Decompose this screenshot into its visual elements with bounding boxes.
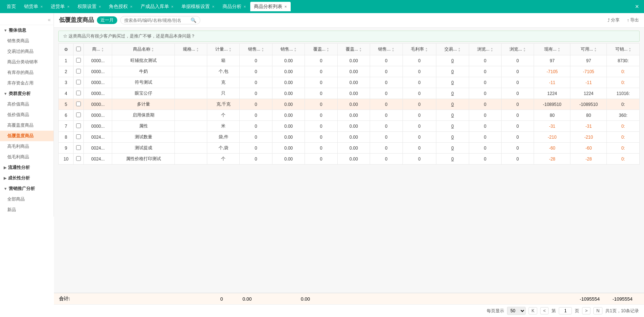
- col-sales-amt[interactable]: 销售... ▲▼: [272, 44, 305, 55]
- col-coverage2[interactable]: 覆盖... ▲▼: [337, 44, 370, 55]
- sidebar-item-high-margin[interactable]: 高毛利商品: [0, 141, 54, 152]
- row-select-checkbox[interactable]: [76, 112, 81, 117]
- row-select-checkbox[interactable]: [76, 91, 81, 95]
- col-available[interactable]: 可用... ▲▼: [570, 44, 607, 55]
- search-icon[interactable]: 🔍: [191, 17, 196, 23]
- trade-link[interactable]: 0: [451, 146, 454, 151]
- trade-link[interactable]: 0: [451, 156, 454, 162]
- trade-link[interactable]: 0: [451, 113, 454, 118]
- sidebar-item-in-stock-products[interactable]: 有库存的商品: [0, 67, 54, 78]
- row-trade[interactable]: 0: [436, 55, 469, 66]
- last-page-button[interactable]: N: [593, 307, 602, 314]
- sort-icon[interactable]: ▲▼: [152, 47, 154, 52]
- row-select-checkbox[interactable]: [76, 123, 81, 128]
- row-select-checkbox[interactable]: [76, 156, 81, 161]
- row-trade[interactable]: 0: [436, 110, 469, 121]
- sort-icon[interactable]: ▲▼: [101, 47, 104, 52]
- row-trade[interactable]: 0: [436, 132, 469, 143]
- nav-item-roles[interactable]: 角色授权 ×: [105, 2, 136, 11]
- col-code[interactable]: 商... ▲▼: [84, 44, 112, 55]
- trade-link[interactable]: 0: [451, 124, 454, 129]
- row-checkbox[interactable]: [74, 99, 84, 110]
- sidebar-item-capital-occupation[interactable]: 库存资金占用: [0, 78, 54, 88]
- sort-icon[interactable]: ▲▼: [491, 47, 493, 52]
- row-checkbox[interactable]: [74, 143, 84, 154]
- page-size-select[interactable]: 50 20 100: [507, 307, 526, 315]
- col-browse1[interactable]: 浏览... ▲▼: [469, 44, 501, 55]
- sidebar-item-sales-products[interactable]: 销售类商品: [0, 36, 54, 46]
- row-select-checkbox[interactable]: [76, 80, 81, 84]
- row-checkbox[interactable]: [74, 66, 84, 77]
- col-gross-rate[interactable]: 毛利率 ▲▼: [402, 44, 436, 55]
- sidebar-item-high-coverage[interactable]: 高覆盖度商品: [0, 120, 54, 131]
- col-trade[interactable]: 交易... ▲▼: [436, 44, 469, 55]
- search-input[interactable]: [124, 18, 189, 23]
- sort-icon[interactable]: ▲▼: [425, 47, 428, 52]
- col-sellable[interactable]: 可销... ▲▼: [607, 44, 640, 55]
- row-trade[interactable]: 0: [436, 66, 469, 77]
- sort-icon[interactable]: ▲▼: [262, 47, 264, 52]
- sidebar-item-new-products[interactable]: 新品: [0, 205, 54, 215]
- row-trade[interactable]: 0: [436, 88, 469, 99]
- first-page-button[interactable]: K: [529, 307, 537, 314]
- sort-icon[interactable]: ▲▼: [558, 47, 560, 52]
- sort-icon[interactable]: ▲▼: [359, 47, 362, 52]
- sidebar-item-all-products[interactable]: 全部商品: [0, 194, 54, 205]
- close-icon[interactable]: ×: [171, 4, 173, 9]
- row-checkbox[interactable]: [74, 121, 84, 132]
- trade-link[interactable]: 0: [451, 69, 454, 74]
- sort-icon[interactable]: ▲▼: [327, 47, 329, 52]
- share-button[interactable]: ⤴ 分享: [608, 17, 620, 23]
- row-trade[interactable]: 0: [436, 143, 469, 154]
- row-trade[interactable]: 0: [436, 154, 469, 165]
- sidebar-section-group-analysis[interactable]: ▼ 类群度分析: [0, 88, 54, 99]
- row-trade[interactable]: 0: [436, 99, 469, 110]
- sidebar-item-high-value[interactable]: 高价值商品: [0, 99, 54, 110]
- row-checkbox[interactable]: [74, 77, 84, 88]
- row-checkbox[interactable]: [74, 110, 84, 121]
- trade-link[interactable]: 0: [451, 80, 454, 85]
- sort-icon[interactable]: ▲▼: [594, 47, 597, 52]
- sort-icon[interactable]: ▲▼: [196, 47, 199, 52]
- close-icon[interactable]: ×: [244, 4, 246, 9]
- row-checkbox[interactable]: [74, 132, 84, 143]
- sort-icon[interactable]: ▲▼: [294, 47, 297, 52]
- nav-item-permissions[interactable]: 权限设置 ×: [74, 2, 105, 11]
- sidebar-section-overview[interactable]: ▼ 整体信息: [0, 25, 54, 36]
- sidebar-section-marketing[interactable]: ▼ 营销推广分析: [0, 183, 54, 194]
- sidebar-item-low-coverage[interactable]: 低覆盖度商品: [0, 131, 54, 141]
- close-icon[interactable]: ×: [284, 4, 287, 9]
- nav-item-home[interactable]: 首页: [3, 2, 20, 11]
- trade-link[interactable]: 0: [451, 135, 454, 140]
- close-icon[interactable]: ×: [99, 4, 101, 9]
- sort-icon[interactable]: ▲▼: [629, 47, 631, 52]
- row-trade[interactable]: 0: [436, 77, 469, 88]
- trade-link[interactable]: 0: [451, 58, 454, 63]
- window-close-button[interactable]: ×: [633, 2, 641, 11]
- trade-link[interactable]: 0: [451, 102, 454, 107]
- col-checkbox[interactable]: [74, 44, 84, 55]
- col-browse2[interactable]: 浏览... ▲▼: [501, 44, 534, 55]
- row-checkbox[interactable]: [74, 88, 84, 99]
- trade-link[interactable]: 0: [451, 91, 454, 96]
- sidebar-item-low-margin[interactable]: 低毛利商品: [0, 152, 54, 162]
- nav-item-template-settings[interactable]: 单据模板设置 ×: [178, 2, 218, 11]
- nav-item-purchase[interactable]: 进货单 ×: [47, 2, 73, 11]
- col-current-stock[interactable]: 现有... ▲▼: [534, 44, 570, 55]
- col-name[interactable]: 商品名称 ▲▼: [112, 44, 174, 55]
- close-icon[interactable]: ×: [67, 4, 69, 9]
- col-sales-qty[interactable]: 销售... ▲▼: [240, 44, 272, 55]
- sidebar-section-growth[interactable]: ▶ 成长性分析: [0, 173, 54, 183]
- next-page-button[interactable]: >: [582, 307, 590, 314]
- row-select-checkbox[interactable]: [76, 102, 81, 106]
- row-checkbox[interactable]: [74, 55, 84, 66]
- sidebar-item-traded-products[interactable]: 交易过的商品: [0, 46, 54, 57]
- row-select-checkbox[interactable]: [76, 69, 81, 74]
- sort-icon[interactable]: ▲▼: [458, 47, 460, 52]
- sort-icon[interactable]: ▲▼: [392, 47, 394, 52]
- row-select-checkbox[interactable]: [76, 145, 81, 150]
- nav-item-product-analysis-list[interactable]: 商品分析列表 ×: [250, 2, 290, 11]
- col-settings[interactable]: ⚙: [59, 44, 74, 55]
- prev-page-button[interactable]: <: [540, 307, 549, 314]
- close-icon[interactable]: ×: [212, 4, 214, 9]
